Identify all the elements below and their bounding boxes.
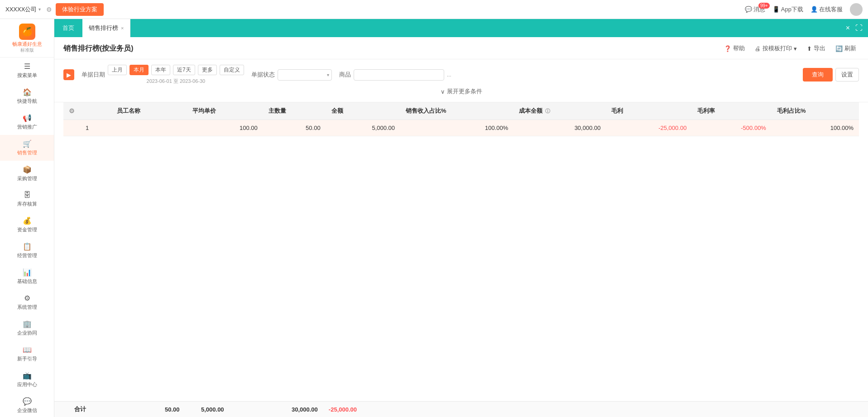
footer-amount: 5,000.00 (196, 406, 232, 413)
status-select-wrap: ▾ (278, 69, 332, 81)
trial-button[interactable]: 体验行业方案 (56, 3, 104, 16)
system-icon: ⚙ (24, 294, 30, 302)
sidebar-item-guide[interactable]: 📖 新手引导 (0, 341, 54, 367)
service-icon: 👤 (810, 6, 818, 13)
expand-more-bar[interactable]: ∨ 展开更多条件 (63, 85, 859, 96)
tab-home-label: 首页 (62, 24, 74, 32)
tab-sales-ranking[interactable]: 销售排行榜 × (82, 19, 130, 37)
wechat-icon: 💬 (23, 397, 32, 406)
sidebar-label-finance: 资金管理 (17, 226, 37, 233)
sidebar-item-inventory[interactable]: 🗄 库存核算 (0, 187, 54, 212)
cell-amount: 5,000.00 (326, 120, 400, 136)
table-row: 1 100.00 50.00 5,000.00 100.00% 30,000.0… (63, 120, 859, 136)
col-gross-pct: 毛利占比% (772, 102, 859, 120)
company-chevron-icon: ▾ (38, 7, 41, 12)
date-btn-more[interactable]: 更多 (198, 65, 217, 75)
col-gross: 毛利 (606, 102, 692, 120)
tab-home[interactable]: 首页 (54, 19, 82, 37)
sidebar-item-search[interactable]: ☰ 搜索菜单 (0, 58, 54, 83)
page-header-actions: ❓ 帮助 🖨 按模板打印 ▾ ⬆ 导出 🔄 刷新 (721, 43, 859, 54)
purchase-icon: 📦 (23, 165, 32, 174)
cell-avg-price: 100.00 (187, 120, 263, 136)
tab-close-icon[interactable]: × (121, 25, 124, 31)
logo-tag: 标准版 (20, 47, 34, 53)
search-menu-icon: ☰ (24, 62, 30, 71)
expand-chevron-icon: ∨ (441, 88, 445, 95)
sidebar-item-operations[interactable]: 📋 经营管理 (0, 238, 54, 264)
sidebar-item-wechat[interactable]: 💬 企业微信 (0, 393, 54, 417)
appcenter-icon: 📺 (23, 371, 32, 380)
filter-actions: 查询 设置 (803, 68, 859, 81)
cell-sales-pct: 100.00% (400, 120, 513, 136)
online-service-btn[interactable]: 👤 在线客服 (810, 5, 843, 14)
table-settings-icon[interactable]: ⚙ (69, 107, 75, 115)
query-btn[interactable]: 查询 (803, 68, 833, 81)
notification-badge: 99+ (758, 3, 770, 9)
cell-name (111, 120, 187, 136)
footer-gross: -25,000.00 (323, 406, 362, 413)
export-btn[interactable]: ⬆ 导出 (804, 43, 828, 54)
sidebar-label-purchase: 采购管理 (17, 175, 37, 182)
tab-minimize-btn[interactable]: × (844, 22, 852, 34)
sidebar-item-marketing[interactable]: 📢 营销推广 (0, 109, 54, 135)
tab-right-actions: × ⛶ (844, 22, 868, 34)
refresh-icon: 🔄 (835, 45, 843, 52)
col-gross-rate: 毛利率 (692, 102, 772, 120)
cell-rank: 1 (80, 120, 111, 136)
avatar[interactable] (850, 3, 863, 16)
settings-icon[interactable]: ⚙ (46, 6, 52, 13)
guide-icon: 📖 (23, 345, 32, 354)
company-selector[interactable]: XXXXX公司 ▾ (5, 5, 41, 14)
refresh-btn[interactable]: 🔄 刷新 (833, 43, 859, 54)
main-layout: 🍊 畅康通好生意 标准版 ☰ 搜索菜单 🏠 快捷导航 📢 营销推广 🛒 销售管理… (0, 19, 868, 417)
inventory-icon: 🗄 (24, 191, 31, 199)
table-header-row: ⚙ 员工名称 平均单价 主数量 全额 销售收入占比% 成本全额 ⓘ (63, 102, 859, 120)
cost-info-icon[interactable]: ⓘ (545, 108, 550, 114)
top-bar: XXXXX公司 ▾ ⚙ 体验行业方案 💬 消息 99+ 📱 App下载 👤 在线… (0, 0, 868, 19)
marketing-icon: 📢 (23, 114, 32, 122)
help-icon: ❓ (724, 45, 731, 52)
collapse-icon: ▶ (67, 72, 71, 78)
col-name: 员工名称 (111, 102, 187, 120)
status-label: 单据状态 (251, 71, 275, 79)
sidebar-item-system[interactable]: ⚙ 系统管理 (0, 289, 54, 315)
sales-icon: 🛒 (23, 139, 32, 148)
goods-label: 商品 (339, 71, 351, 79)
filter-collapse-btn[interactable]: ▶ (63, 69, 74, 80)
sidebar-label-inventory: 库存核算 (17, 201, 37, 207)
data-table: ⚙ 员工名称 平均单价 主数量 全额 销售收入占比% 成本全额 ⓘ (63, 102, 859, 136)
col-rank (80, 102, 111, 120)
print-btn[interactable]: 🖨 按模板打印 ▾ (752, 43, 800, 54)
export-icon: ⬆ (807, 45, 812, 52)
cell-gross: -25,000.00 (606, 120, 692, 136)
sidebar-item-purchase[interactable]: 📦 采购管理 (0, 161, 54, 187)
help-btn[interactable]: ❓ 帮助 (721, 43, 748, 54)
date-btn-week[interactable]: 近7天 (173, 65, 195, 75)
date-btn-custom[interactable]: 自定义 (220, 65, 244, 75)
sidebar-label-sales: 销售管理 (17, 149, 37, 156)
date-btn-current[interactable]: 本月 (129, 65, 149, 75)
sidebar-item-basics[interactable]: 📊 基础信息 (0, 264, 54, 289)
sidebar-item-appcenter[interactable]: 📺 应用中心 (0, 367, 54, 393)
date-range-value: 2023-06-01 至 2023-06-30 (147, 78, 206, 85)
status-select[interactable] (278, 69, 332, 81)
filter-more-icon[interactable]: ... (447, 72, 451, 78)
sidebar-item-shortcut[interactable]: 🏠 快捷导航 (0, 83, 54, 109)
basics-icon: 📊 (23, 268, 32, 277)
print-chevron-icon: ▾ (794, 45, 797, 52)
sidebar-label-appcenter: 应用中心 (17, 381, 37, 388)
sidebar-logo: 🍊 畅康通好生意 标准版 (0, 19, 54, 58)
footer-label: 合计 (69, 405, 105, 413)
tab-maximize-btn[interactable]: ⛶ (854, 22, 864, 34)
app-download-btn[interactable]: 📱 App下载 (772, 5, 803, 14)
app-icon: 📱 (772, 6, 780, 13)
operations-icon: 📋 (23, 242, 32, 251)
sidebar-item-sales[interactable]: 🛒 销售管理 (0, 135, 54, 161)
goods-input[interactable] (354, 69, 444, 81)
settings-btn[interactable]: 设置 (835, 68, 859, 81)
date-btn-last[interactable]: 上月 (108, 65, 127, 75)
notification-btn[interactable]: 💬 消息 99+ (745, 5, 765, 14)
date-btn-year[interactable]: 本年 (151, 65, 170, 75)
sidebar-item-enterprise[interactable]: 🏢 企业协同 (0, 315, 54, 341)
sidebar-item-finance[interactable]: 💰 资金管理 (0, 212, 54, 238)
